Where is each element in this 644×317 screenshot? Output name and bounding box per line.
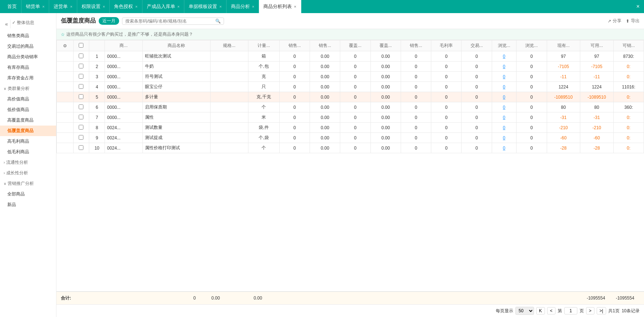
sidebar-section-marketing[interactable]: ∨ 营销推广分析 <box>0 178 56 189</box>
page-number-input[interactable] <box>564 307 577 314</box>
close-icon[interactable]: × <box>103 4 105 9</box>
row-cov2: 0.00 <box>370 82 401 92</box>
row-browse1[interactable]: 0 <box>492 82 517 92</box>
col-spec-header[interactable]: 规格... <box>211 40 248 51</box>
row-code: 0000... <box>105 92 142 102</box>
sidebar-item-all-goods[interactable]: 全部商品 <box>0 189 56 199</box>
col-browse2-header[interactable]: 浏览... <box>517 40 547 51</box>
sidebar-section-growth[interactable]: › 成长性分析 <box>0 168 56 178</box>
select-all-checkbox[interactable] <box>79 43 83 48</box>
sidebar-item-low-value[interactable]: 低价值商品 <box>0 104 56 115</box>
row-browse1[interactable]: 0 <box>492 72 517 82</box>
total-label: 合计: <box>61 295 71 301</box>
sidebar-item-low-margin[interactable]: 低毛利商品 <box>0 147 56 157</box>
sidebar-item-stock-capital[interactable]: 库存资金占用 <box>0 73 56 83</box>
period-button[interactable]: 近一月 <box>99 17 119 25</box>
col-settings-header[interactable]: ⚙ <box>57 40 74 51</box>
total-sales-amt: 0.00 <box>205 296 226 301</box>
close-icon[interactable]: × <box>252 4 254 9</box>
col-current-stock-header[interactable]: 现有... <box>547 40 580 51</box>
row-browse1[interactable]: 0 <box>492 62 517 72</box>
nav-tab-roles[interactable]: 角色授权 × <box>110 0 142 13</box>
row-browse1[interactable]: 0 <box>492 143 517 153</box>
nav-tab-sales[interactable]: 销货单 × <box>21 0 49 13</box>
row-sales-cov: 0 <box>401 112 431 123</box>
nav-tab-purchase[interactable]: 进货单 × <box>49 0 77 13</box>
sidebar-item-new-goods[interactable]: 新品 <box>0 199 56 210</box>
col-cov2-header[interactable]: 覆盖... <box>370 40 401 51</box>
col-code-header[interactable]: 商... <box>105 40 142 51</box>
close-all-button[interactable]: × <box>636 3 640 10</box>
next-page-button[interactable]: > <box>586 307 594 314</box>
sidebar-item-high-coverage[interactable]: 高覆盖度商品 <box>0 115 56 126</box>
col-check-header[interactable] <box>73 40 89 51</box>
row-browse1[interactable]: 0 <box>492 133 517 143</box>
col-browse1-header[interactable]: 浏览... <box>492 40 517 51</box>
col-gross-margin-header[interactable]: 毛利率 <box>431 40 462 51</box>
row-sales-cov: 0 <box>401 51 431 62</box>
row-checkbox[interactable] <box>73 133 89 143</box>
per-page-select[interactable]: 20 50 100 <box>515 307 534 315</box>
sidebar-item-sales-goods[interactable]: 销售类商品 <box>0 31 56 41</box>
close-icon[interactable]: × <box>42 4 44 9</box>
sidebar-item-traded-goods[interactable]: 交易过的商品 <box>0 41 56 52</box>
share-button[interactable]: ↗ 分享 <box>608 18 621 24</box>
col-sales-cov-header[interactable]: 销售... <box>401 40 431 51</box>
row-browse1[interactable]: 0 <box>492 123 517 133</box>
prev-page-button[interactable]: < <box>547 307 555 314</box>
sidebar-item-high-margin[interactable]: 高毛利商品 <box>0 136 56 147</box>
pagination-bar: 每页显示 20 50 100 K < 第 页 > >| 共1页 10条记录 <box>56 304 644 317</box>
col-name-header[interactable]: 商品名称 <box>142 40 211 51</box>
first-page-button[interactable]: K <box>536 307 545 314</box>
col-saleable-header[interactable]: 可销... <box>613 40 644 51</box>
col-available-stock-header[interactable]: 可用... <box>580 40 614 51</box>
row-cov1: 0 <box>340 123 370 133</box>
row-settings <box>57 143 74 153</box>
close-icon[interactable]: × <box>294 4 296 9</box>
row-checkbox[interactable] <box>73 112 89 123</box>
row-settings <box>57 112 74 123</box>
col-unit-header[interactable]: 计量... <box>248 40 279 51</box>
row-name: 属性价格打印测试 <box>142 143 211 153</box>
row-checkbox[interactable] <box>73 51 89 62</box>
search-icon[interactable]: 🔍 <box>215 19 221 24</box>
nav-tab-warehousing[interactable]: 产成品入库单 × <box>142 0 184 13</box>
row-browse1[interactable]: 0 <box>492 112 517 123</box>
export-button[interactable]: ⬆ 导出 <box>626 18 640 24</box>
row-checkbox[interactable] <box>73 143 89 153</box>
row-sales-qty: 0 <box>279 123 310 133</box>
sidebar-item-category-rate[interactable]: 商品分类动销率 <box>0 52 56 62</box>
row-browse1[interactable]: 0 <box>492 92 517 102</box>
row-checkbox[interactable] <box>73 123 89 133</box>
close-icon[interactable]: × <box>219 4 221 9</box>
close-icon[interactable]: × <box>70 4 72 9</box>
sidebar-section-flow[interactable]: › 流通性分析 <box>0 157 56 168</box>
row-browse1[interactable]: 0 <box>492 102 517 112</box>
row-code: 0024... <box>105 123 142 133</box>
row-checkbox[interactable] <box>73 102 89 112</box>
sidebar-item-low-coverage[interactable]: 低覆盖度商品 <box>0 126 56 136</box>
nav-tab-analysis[interactable]: 商品分析 × <box>227 0 259 13</box>
sidebar-toggle-button[interactable]: « <box>3 20 11 28</box>
row-checkbox[interactable] <box>73 82 89 92</box>
row-checkbox[interactable] <box>73 92 89 102</box>
col-cov1-header[interactable]: 覆盖... <box>340 40 370 51</box>
col-trade-header[interactable]: 交易... <box>462 40 492 51</box>
nav-tab-analysis-list[interactable]: 商品分析列表 × <box>259 0 301 13</box>
last-page-button[interactable]: >| <box>597 307 606 314</box>
row-browse1[interactable]: 0 <box>492 51 517 62</box>
sidebar-item-in-stock[interactable]: 有库存商品 <box>0 62 56 73</box>
close-icon[interactable]: × <box>135 4 137 9</box>
col-sales-qty-header[interactable]: 销售... <box>279 40 310 51</box>
nav-tab-template[interactable]: 单据模板设置 × <box>184 0 226 13</box>
sidebar-section-category[interactable]: ∨ 类群量分析 <box>0 83 56 94</box>
col-sales-amt-header[interactable]: 销售... <box>310 40 340 51</box>
row-checkbox[interactable] <box>73 72 89 82</box>
sidebar-item-high-value[interactable]: 高价值商品 <box>0 94 56 104</box>
search-input[interactable] <box>125 19 214 24</box>
nav-tab-home[interactable]: 首页 <box>3 0 21 13</box>
row-settings <box>57 133 74 143</box>
nav-tab-permissions[interactable]: 权限设置 × <box>77 0 110 13</box>
close-icon[interactable]: × <box>177 4 180 9</box>
row-checkbox[interactable] <box>73 62 89 72</box>
